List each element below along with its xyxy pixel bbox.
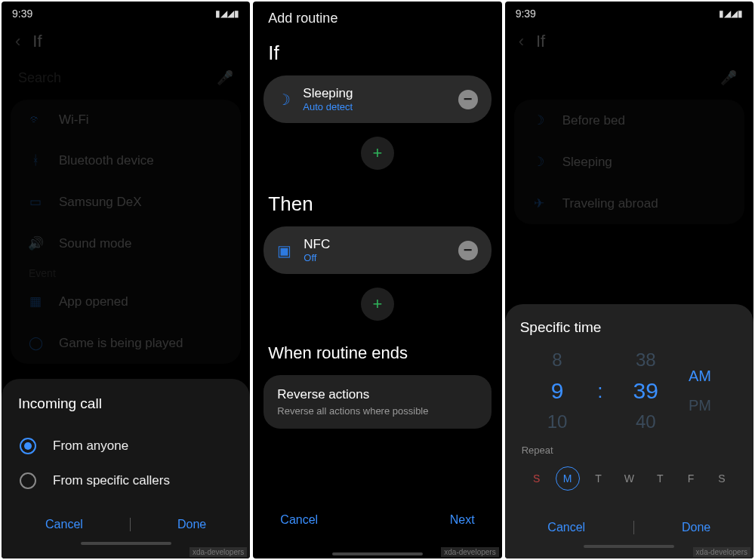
card-subtitle: Reverse all actions where possible: [277, 405, 477, 417]
chip-title: NFC: [304, 237, 445, 252]
plane-icon: ✈: [531, 195, 547, 211]
then-section-label: Then: [253, 180, 501, 223]
mic-icon[interactable]: 🎤: [720, 69, 737, 86]
specific-time-sheet: Specific time 8 9 10 : 38 39 40 AM PM Re…: [505, 304, 753, 558]
condition-list: ☽Before bed ☽Sleeping ✈Traveling abroad: [514, 100, 744, 224]
chip-title: Sleeping: [303, 86, 445, 101]
watermark: xda-developers: [190, 547, 247, 557]
reverse-actions-card[interactable]: Reverse actions Reverse all actions wher…: [263, 375, 491, 429]
footer-buttons: Cancel Next: [253, 492, 501, 548]
mic-icon[interactable]: 🎤: [217, 69, 233, 86]
add-then-button[interactable]: +: [361, 288, 394, 321]
nav-handle[interactable]: [81, 542, 171, 545]
option-from-specific[interactable]: From specific callers: [18, 463, 233, 498]
day-sun[interactable]: S: [525, 466, 549, 491]
incoming-call-sheet: Incoming call From anyone From specific …: [2, 379, 250, 558]
condition-dex[interactable]: ▭Samsung DeX: [11, 181, 241, 223]
monitor-icon: ▭: [27, 194, 44, 210]
apps-icon: ▦: [27, 294, 44, 309]
condition-game[interactable]: ◯Game is being played: [11, 322, 241, 364]
sheet-title: Specific time: [520, 319, 738, 336]
button-divider: [130, 518, 131, 531]
status-time: 9:39: [516, 8, 536, 20]
then-chip-nfc[interactable]: ▣ NFC Off −: [263, 226, 491, 274]
moon-icon: ☽: [277, 91, 291, 109]
am-option[interactable]: AM: [689, 368, 711, 385]
search-input[interactable]: Search: [18, 70, 209, 86]
minute-selected[interactable]: 39: [633, 378, 658, 404]
condition-sleeping[interactable]: ☽Sleeping: [514, 141, 744, 183]
condition-bluetooth[interactable]: ᚼBluetooth device: [11, 140, 241, 181]
time-picker[interactable]: 8 9 10 : 38 39 40 AM PM: [520, 349, 738, 432]
cancel-button[interactable]: Cancel: [540, 515, 593, 540]
day-mon[interactable]: M: [556, 466, 580, 491]
nfc-icon: ▣: [277, 242, 291, 260]
bluetooth-icon: ᚼ: [27, 153, 44, 168]
minute-column[interactable]: 38 39 40: [633, 349, 658, 432]
option-from-anyone[interactable]: From anyone: [18, 429, 233, 463]
nav-handle[interactable]: [332, 552, 423, 555]
remove-icon[interactable]: −: [458, 90, 478, 109]
condition-sound[interactable]: 🔊Sound mode: [11, 223, 241, 264]
search-row[interactable]: 🎤: [505, 62, 753, 94]
page-title: Add routine: [253, 2, 501, 29]
sheet-title: Incoming call: [18, 395, 233, 412]
day-thu[interactable]: T: [648, 466, 672, 491]
status-icons: ▮◢◢▮: [215, 8, 239, 19]
ampm-column[interactable]: AM PM: [689, 368, 711, 414]
screen-specific-time: 9:39 ▮◢◢▮ ‹ If 🎤 ☽Before bed ☽Sleeping ✈…: [505, 2, 753, 558]
status-bar: 9:39 ▮◢◢▮: [2, 2, 250, 26]
condition-before-bed[interactable]: ☽Before bed: [514, 100, 744, 141]
cancel-button[interactable]: Cancel: [273, 507, 325, 533]
radio-icon[interactable]: [20, 472, 36, 489]
if-chip-sleeping[interactable]: ☽ Sleeping Auto detect −: [263, 75, 491, 123]
background-dimmed: ‹ If 🎤 ☽Before bed ☽Sleeping ✈Traveling …: [505, 26, 753, 230]
next-button[interactable]: Next: [442, 507, 482, 533]
day-tue[interactable]: T: [586, 466, 610, 491]
screen-add-routine: Add routine If ☽ Sleeping Auto detect − …: [253, 2, 501, 558]
status-time: 9:39: [12, 8, 32, 20]
if-section-label: If: [253, 29, 501, 72]
condition-traveling[interactable]: ✈Traveling abroad: [514, 183, 744, 224]
repeat-label: Repeat: [522, 445, 737, 456]
watermark: xda-developers: [693, 547, 750, 557]
day-picker: S M T W T F S: [520, 460, 738, 501]
radio-selected-icon[interactable]: [20, 438, 36, 454]
button-divider: [633, 521, 634, 534]
add-if-button[interactable]: +: [361, 137, 394, 170]
moon-icon: ☽: [531, 112, 547, 128]
day-wed[interactable]: W: [617, 466, 641, 491]
hour-column[interactable]: 8 9 10: [547, 349, 568, 432]
condition-app-opened[interactable]: ▦App opened: [11, 281, 241, 322]
nav-handle[interactable]: [584, 545, 674, 548]
day-fri[interactable]: F: [679, 466, 703, 491]
status-icons: ▮◢◢▮: [719, 8, 743, 19]
background-dimmed: ‹ If Search 🎤 ᯤWi-Fi ᚼBluetooth device ▭…: [2, 26, 250, 370]
sheet-buttons: Cancel Done: [520, 515, 738, 540]
moon-icon: ☽: [531, 154, 547, 170]
speaker-icon: 🔊: [27, 235, 44, 251]
page-title: If: [32, 32, 42, 51]
page-title: If: [536, 32, 545, 51]
end-section-label: When routine ends: [253, 331, 501, 371]
back-icon[interactable]: ‹: [519, 32, 524, 51]
remove-icon[interactable]: −: [458, 241, 478, 260]
pm-option[interactable]: PM: [689, 397, 711, 414]
time-colon: :: [597, 380, 602, 403]
condition-list: ᯤWi-Fi ᚼBluetooth device ▭Samsung DeX 🔊S…: [11, 100, 241, 364]
screen-if-conditions: 9:39 ▮◢◢▮ ‹ If Search 🎤 ᯤWi-Fi ᚼBluetoot…: [2, 2, 250, 558]
sheet-buttons: Cancel Done: [18, 512, 233, 537]
search-row[interactable]: Search 🎤: [2, 62, 250, 94]
watermark: xda-developers: [441, 547, 498, 557]
condition-wifi[interactable]: ᯤWi-Fi: [11, 100, 241, 140]
wifi-icon: ᯤ: [27, 112, 44, 128]
chip-subtitle: Off: [304, 252, 445, 263]
done-button[interactable]: Done: [674, 515, 718, 540]
hour-selected[interactable]: 9: [551, 378, 564, 404]
day-sat[interactable]: S: [710, 466, 734, 491]
done-button[interactable]: Done: [170, 512, 214, 537]
chip-subtitle: Auto detect: [303, 101, 445, 112]
event-section-header: Event: [11, 264, 241, 281]
cancel-button[interactable]: Cancel: [38, 512, 91, 537]
back-icon[interactable]: ‹: [15, 32, 20, 51]
